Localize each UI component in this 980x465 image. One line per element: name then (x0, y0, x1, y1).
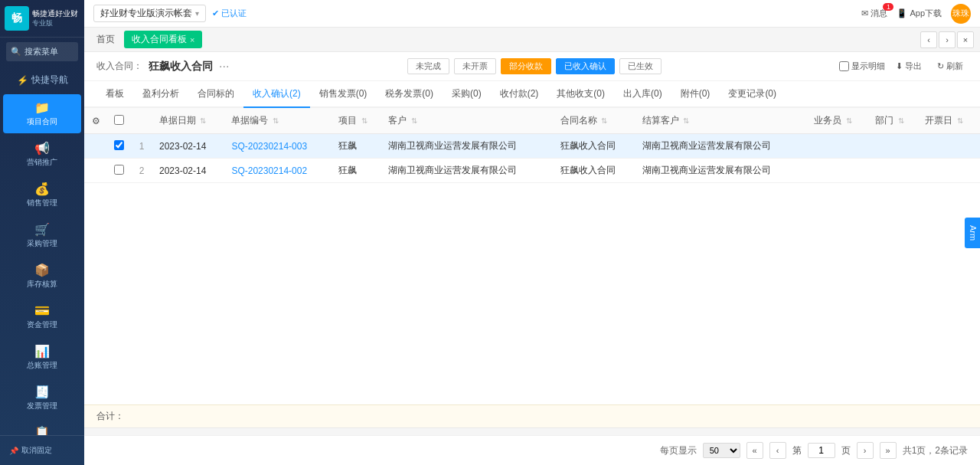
search-menu-label: 搜索菜单 (24, 46, 58, 57)
row2-checkbox[interactable] (107, 159, 130, 183)
search-menu-button[interactable]: 🔍 搜索菜单 (6, 42, 78, 61)
row2-customer: 湖南卫视商业运营发展有限公司 (382, 159, 554, 183)
select-all-checkbox[interactable] (114, 115, 124, 125)
ledger-icon: 📊 (34, 344, 50, 359)
table-row[interactable]: 1 2023-02-14 SQ-20230214-003 狂飙 湖南卫视商业运营… (84, 134, 980, 159)
subtab-dashboard[interactable]: 看板 (96, 81, 133, 108)
sidebar-item-purchase[interactable]: 🛒 采购管理 (3, 216, 81, 255)
table-footer: 合计： (84, 404, 980, 427)
active-tab[interactable]: 收入合同看板 × (124, 31, 202, 48)
col-department[interactable]: 部门 ⇅ (869, 108, 919, 134)
tab-prev-button[interactable]: ‹ (920, 31, 937, 48)
status-tag-incomplete[interactable]: 未完成 (407, 58, 449, 74)
subtab-revenue-confirm[interactable]: 收入确认(2) (243, 81, 310, 108)
sidebar-item-invoice[interactable]: 🧾 发票管理 (3, 378, 81, 418)
prev-page-button[interactable]: ‹ (769, 442, 786, 459)
sidebar-item-label-4: 库存核算 (27, 279, 57, 290)
subtab-purchase[interactable]: 采购(0) (443, 81, 491, 108)
refresh-label: 刷新 (946, 61, 963, 72)
subtab-changes[interactable]: 变更记录(0) (719, 81, 786, 108)
col-code[interactable]: 单据编号 ⇅ (225, 108, 332, 134)
sidebar-nav: ⚡ 快捷导航 📁 项目合同 📢 营销推广 💰 销售管理 🛒 采购管理 📦 库存核… (0, 66, 84, 435)
more-options-icon[interactable]: ··· (219, 60, 229, 74)
sidebar-item-marketing[interactable]: 📢 营销推广 (3, 135, 81, 174)
logo-icon: 畅 (5, 6, 29, 31)
inventory-icon: 📦 (34, 263, 50, 277)
col-customer[interactable]: 客户 ⇅ (382, 108, 554, 134)
finance-icon: 💳 (34, 303, 50, 318)
col-settings[interactable]: ⚙ (84, 108, 107, 134)
tab-close-icon[interactable]: × (190, 35, 194, 44)
subtab-payment[interactable]: 收付款(2) (491, 81, 548, 108)
scrollbar-inner (84, 428, 980, 435)
row1-customer: 湖南卫视商业运营发展有限公司 (382, 134, 554, 159)
quick-nav-label: 快捷导航 (31, 74, 68, 87)
content-title-value: 狂飙收入合同 (149, 60, 213, 74)
home-tab[interactable]: 首页 (90, 33, 121, 46)
status-tag-confirmed[interactable]: 已收入确认 (556, 58, 615, 74)
topbar: 好业财专业版演示帐套 ▾ ✔ 已认证 ✉ 消息 1 📱 App下载 珠珠 (84, 0, 980, 28)
avatar[interactable]: 珠珠 (951, 4, 971, 24)
export-button[interactable]: ⬇ 导出 (891, 58, 926, 74)
subtab-tax-invoice[interactable]: 税务发票(0) (376, 81, 443, 108)
export-label: 导出 (905, 61, 922, 72)
tab-next-button[interactable]: › (939, 31, 956, 48)
col-project[interactable]: 项目 ⇅ (332, 108, 382, 134)
show-detail-checkbox[interactable]: 显示明细 (839, 61, 885, 72)
col-contract[interactable]: 合同名称 ⇅ (554, 108, 636, 134)
sidebar-item-inventory[interactable]: 📦 库存核算 (3, 257, 81, 296)
status-tag-uninvoiced[interactable]: 未开票 (454, 58, 496, 74)
subtab-attachments[interactable]: 附件(0) (671, 81, 720, 108)
total-info: 共1页，2条记录 (903, 444, 968, 457)
project-contract-icon: 📁 (34, 100, 50, 115)
row1-code: SQ-20230214-003 (225, 134, 332, 159)
row1-checkbox[interactable] (107, 134, 130, 159)
sidebar-item-project-contract[interactable]: 📁 项目合同 (3, 94, 81, 133)
tab-close-all-button[interactable]: × (957, 31, 974, 48)
table-scrollbar[interactable] (84, 427, 980, 435)
subtab-sales-invoice[interactable]: 销售发票(0) (310, 81, 377, 108)
last-page-button[interactable]: » (880, 442, 897, 459)
status-tag-effective[interactable]: 已生效 (619, 58, 662, 74)
col-open-date[interactable]: 开票日 ⇅ (919, 108, 980, 134)
message-button[interactable]: ✉ 消息 1 (861, 8, 887, 19)
arm-float-button[interactable]: Arm (965, 217, 980, 247)
subtab-other-income[interactable]: 其他收支(0) (547, 81, 614, 108)
table-row[interactable]: 2 2023-02-14 SQ-20230214-002 狂飙 湖南卫视商业运营… (84, 159, 980, 183)
page-number-input[interactable] (808, 443, 835, 458)
subtab-profit[interactable]: 盈利分析 (133, 81, 188, 108)
logo-sub: 专业版 (32, 18, 78, 28)
sidebar-item-quick-nav[interactable]: ⚡ 快捷导航 (3, 67, 81, 93)
refresh-button[interactable]: ↻ 刷新 (933, 58, 968, 74)
show-detail-input[interactable] (839, 61, 849, 71)
sidebar-item-finance[interactable]: 💳 资金管理 (3, 297, 81, 336)
row2-code-link[interactable]: SQ-20230214-002 (231, 165, 307, 176)
topbar-right: ✉ 消息 1 📱 App下载 珠珠 (861, 4, 971, 24)
unpin-button[interactable]: 📌 取消固定 (6, 442, 78, 459)
sidebar-search-section: 🔍 搜索菜单 (0, 38, 84, 66)
subtab-subject[interactable]: 合同标的 (188, 81, 243, 108)
sidebar-item-label-3: 采购管理 (27, 238, 57, 249)
col-end-customer[interactable]: 结算客户 ⇅ (636, 108, 808, 134)
company-selector[interactable]: 好业财专业版演示帐套 ▾ (93, 5, 206, 22)
logo-title: 畅捷通好业财 (32, 8, 78, 18)
sidebar-item-tax[interactable]: 📋 税务管理 (3, 419, 81, 435)
sidebar-item-ledger[interactable]: 📊 总账管理 (3, 338, 81, 377)
tabbar-nav: ‹ › × (920, 31, 974, 48)
first-page-button[interactable]: « (746, 442, 763, 459)
search-icon: 🔍 (11, 47, 21, 57)
page-size-select[interactable]: 20 50 100 (703, 443, 740, 458)
page-label-suffix: 页 (841, 444, 851, 457)
export-icon: ⬇ (896, 61, 903, 71)
row1-open-date (919, 134, 980, 159)
col-salesman[interactable]: 业务员 ⇅ (808, 108, 869, 134)
col-date[interactable]: 单据日期 ⇅ (153, 108, 225, 134)
app-download-button[interactable]: 📱 App下载 (897, 8, 942, 19)
next-page-button[interactable]: › (857, 442, 874, 459)
sidebar-item-sales[interactable]: 💰 销售管理 (3, 175, 81, 214)
subtab-warehouse[interactable]: 出入库(0) (614, 81, 671, 108)
row1-code-link[interactable]: SQ-20230214-003 (231, 141, 307, 152)
check-icon: ✔ (212, 8, 219, 18)
sidebar: 畅 畅捷通好业财 专业版 🔍 搜索菜单 ⚡ 快捷导航 📁 项目合同 📢 营销推广… (0, 0, 84, 465)
status-tag-partial-payment[interactable]: 部分收款 (501, 58, 551, 74)
